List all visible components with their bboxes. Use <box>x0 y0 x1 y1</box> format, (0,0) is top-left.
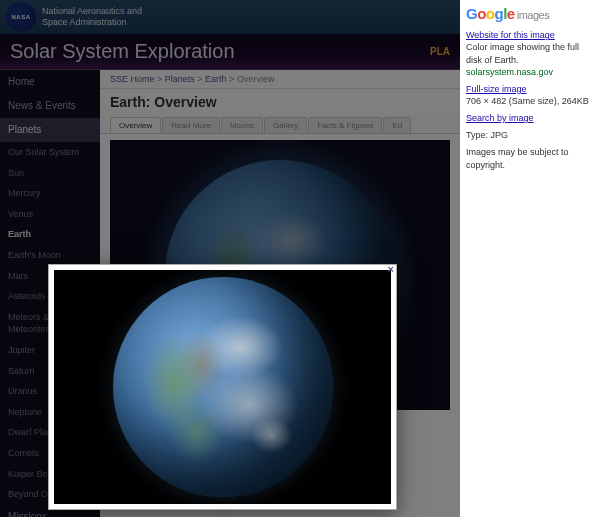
sidebar-item[interactable]: Venus <box>0 204 100 225</box>
lightbox-inner <box>54 270 391 504</box>
sidebar-item[interactable]: Sun <box>0 163 100 184</box>
image-lightbox: × <box>48 264 397 510</box>
org-name: National Aeronautics and Space Administr… <box>42 6 142 28</box>
nasa-logo-icon[interactable] <box>6 2 36 32</box>
fullsize-image-link[interactable]: Full-size image <box>466 84 527 94</box>
nav-planets[interactable]: Planets <box>0 118 100 142</box>
tab-facts[interactable]: Facts & Figures <box>308 117 382 133</box>
site-title-bar: Solar System Exploration Pla <box>0 34 460 70</box>
close-icon[interactable]: × <box>388 263 394 275</box>
page-title: Earth: Overview <box>100 89 460 115</box>
google-logo[interactable]: Googleimages <box>466 4 594 24</box>
tab-moons[interactable]: Moons <box>221 117 263 133</box>
sidebar-item[interactable]: Our Solar System <box>0 142 100 163</box>
org-line1: National Aeronautics and <box>42 6 142 17</box>
image-caption: Color image showing the full disk of Ear… <box>466 41 594 65</box>
tab-gallery[interactable]: Gallery <box>264 117 307 133</box>
sidebar-item[interactable]: Mercury <box>0 183 100 204</box>
play-label[interactable]: Pla <box>430 46 450 57</box>
sidebar-item[interactable]: Earth's Moon <box>0 245 100 266</box>
tab-ed[interactable]: Ed <box>383 117 411 133</box>
site-title: Solar System Exploration <box>10 40 235 63</box>
google-images-panel: Googleimages Website for this image Colo… <box>462 0 598 517</box>
crumb-home[interactable]: SSE Home <box>110 74 155 84</box>
google-images-label: images <box>517 9 549 21</box>
tabs: Overview Read More Moons Gallery Facts &… <box>100 115 460 134</box>
search-by-image-link[interactable]: Search by image <box>466 113 534 123</box>
tab-overview[interactable]: Overview <box>110 117 161 133</box>
nav-news[interactable]: News & Events <box>0 94 100 118</box>
org-line2: Space Administration <box>42 17 142 28</box>
nasa-header: National Aeronautics and Space Administr… <box>0 0 460 34</box>
sidebar-item-earth[interactable]: Earth <box>0 224 100 245</box>
image-type: Type: JPG <box>466 129 594 141</box>
copyright-notice: Images may be subject to copyright. <box>466 146 594 170</box>
website-for-image-link[interactable]: Website for this image <box>466 30 555 40</box>
nav-home[interactable]: Home <box>0 70 100 94</box>
image-dimensions: 706 × 482 (Same size), 264KB <box>466 95 594 107</box>
breadcrumb: SSE Home > Planets > Earth > Overview <box>100 70 460 89</box>
earth-image-icon[interactable] <box>113 277 333 497</box>
crumb-overview: Overview <box>237 74 275 84</box>
crumb-earth[interactable]: Earth <box>205 74 227 84</box>
crumb-planets[interactable]: Planets <box>165 74 195 84</box>
tab-readmore[interactable]: Read More <box>162 117 220 133</box>
image-source: solarsystem.nasa.gov <box>466 66 594 78</box>
